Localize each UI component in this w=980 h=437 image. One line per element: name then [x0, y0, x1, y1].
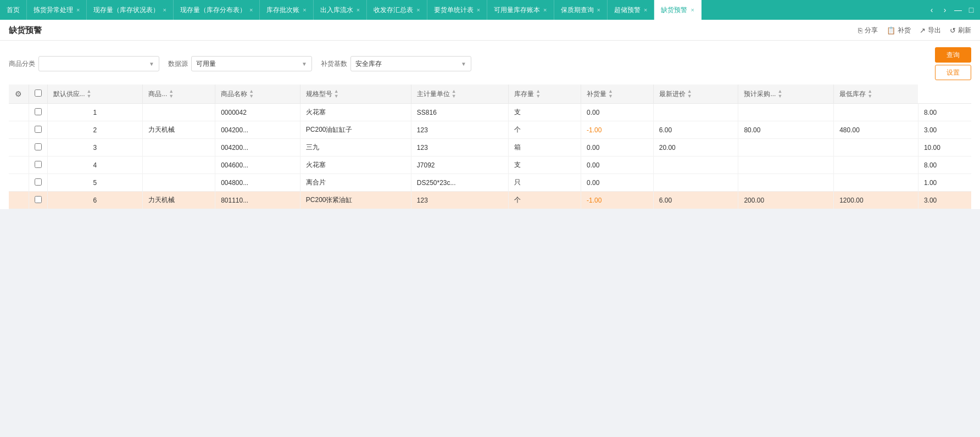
filter-actions: 查询 设置	[935, 47, 971, 80]
column-settings-icon[interactable]: ⚙	[15, 89, 22, 98]
tab-expiry[interactable]: 保质期查询 ×	[554, 0, 608, 20]
sort-spec-icon[interactable]: ▲▼	[334, 89, 339, 99]
row-goods-name-0: 火花塞	[300, 104, 411, 121]
replenish-label: 补货基数	[321, 59, 347, 69]
settings-button[interactable]: 设置	[935, 65, 971, 80]
row-stock-2: 0.00	[581, 139, 654, 156]
window-minimize[interactable]: —	[951, 3, 965, 16]
row-checkbox-0[interactable]	[35, 108, 42, 115]
close-tab-flow[interactable]: ×	[357, 7, 360, 13]
row-supplier-1: 力天机械	[143, 121, 215, 139]
sort-supplier-icon[interactable]: ▲▼	[87, 89, 92, 99]
table-row[interactable]: 2 力天机械 004200... PC200油缸缸子 123 个 -1.00 6…	[9, 121, 971, 139]
datasource-dropdown-icon: ▼	[302, 61, 307, 67]
close-tab-inventory-dist[interactable]: ×	[249, 7, 253, 13]
row-check-3[interactable]	[29, 156, 47, 174]
close-tab-batch-account[interactable]: ×	[303, 7, 306, 13]
row-replenish-3	[653, 156, 738, 174]
row-replenish-0	[653, 104, 738, 121]
row-unit-0: 支	[509, 104, 581, 121]
row-goods-name-1: PC200油缸缸子	[300, 121, 411, 139]
th-check	[29, 85, 47, 104]
window-maximize[interactable]: □	[965, 3, 978, 16]
row-checkbox-2[interactable]	[35, 143, 42, 150]
tab-nav-buttons: ‹ › — □	[923, 3, 980, 16]
export-button[interactable]: ↗ 导出	[920, 26, 941, 35]
tab-batch-account[interactable]: 库存批次账 ×	[260, 0, 313, 20]
query-button[interactable]: 查询	[935, 47, 971, 63]
table-row[interactable]: 3 004200... 三九 123 箱 0.00 20.00 10.00	[9, 139, 971, 156]
row-check-2[interactable]	[29, 139, 47, 156]
row-goods-code-1: 004200...	[215, 121, 300, 139]
close-tab-order-stat[interactable]: ×	[477, 7, 480, 13]
sort-goods-name-icon[interactable]: ▲▼	[249, 89, 254, 99]
tab-flow[interactable]: 出入库流水 ×	[314, 0, 367, 20]
refresh-button[interactable]: ↺ 刷新	[950, 26, 971, 35]
tab-order-stat[interactable]: 要货单统计表 ×	[427, 0, 487, 20]
row-checkbox-1[interactable]	[35, 126, 42, 133]
tab-summary[interactable]: 收发存汇总表 ×	[367, 0, 427, 20]
table-header-row: ⚙ 默认供应... ▲▼	[9, 85, 971, 104]
refresh-icon: ↺	[950, 26, 956, 35]
share-button[interactable]: ⎘ 分享	[858, 26, 878, 35]
row-check-0[interactable]	[29, 104, 47, 121]
datasource-select[interactable]: 可用量 ▼	[191, 56, 312, 71]
close-tab-available-book[interactable]: ×	[543, 7, 547, 13]
sort-stock-icon[interactable]: ▲▼	[536, 89, 541, 99]
row-goods-name-3: 火花塞	[300, 156, 411, 174]
category-filter-group: 商品分类 ▼	[9, 56, 159, 71]
tab-inventory-dist[interactable]: 现存量（库存分布表） ×	[174, 0, 260, 20]
sort-replenish-icon[interactable]: ▲▼	[608, 89, 613, 99]
close-tab-inventory-status[interactable]: ×	[163, 7, 166, 13]
th-spec: 规格型号 ▲▼	[300, 85, 411, 104]
row-est-purchase-1: 480.00	[834, 121, 918, 139]
row-min-stock-4: 1.00	[918, 174, 971, 192]
page-header: 缺货预警 ⎘ 分享 📋 补货 ↗ 导出 ↺ 刷新	[0, 20, 980, 41]
category-select[interactable]: ▼	[38, 56, 159, 71]
th-est-purchase: 预计采购... ▲▼	[738, 85, 834, 104]
row-latest-price-2	[738, 139, 834, 156]
row-spec-0: SS816	[411, 104, 509, 121]
close-tab-summary[interactable]: ×	[416, 7, 420, 13]
row-stock-1: -1.00	[581, 121, 654, 139]
replenish-button[interactable]: 📋 补货	[887, 26, 911, 35]
row-check-1[interactable]	[29, 121, 47, 139]
sort-est-purchase-icon[interactable]: ▲▼	[777, 89, 782, 99]
replenish-select[interactable]: 安全库存 ▼	[350, 56, 471, 71]
row-goods-code-5: 801110...	[215, 192, 300, 209]
th-min-stock: 最低库存 ▲▼	[834, 85, 918, 104]
tab-inventory-status[interactable]: 现存量（库存状况表） ×	[87, 0, 173, 20]
tab-scroll-right[interactable]: ›	[938, 3, 951, 16]
tab-home[interactable]: 首页	[0, 0, 27, 20]
sort-min-stock-icon[interactable]: ▲▼	[867, 89, 872, 99]
row-stock-3: 0.00	[581, 156, 654, 174]
close-tab-picking[interactable]: ×	[76, 7, 80, 13]
row-checkbox-3[interactable]	[35, 161, 42, 168]
table-row[interactable]: 4 004600... 火花塞 J7092 支 0.00 8.00	[9, 156, 971, 174]
row-unit-4: 只	[509, 174, 581, 192]
row-check-5[interactable]	[29, 192, 47, 209]
close-tab-overstock[interactable]: ×	[644, 7, 647, 13]
tab-overstock[interactable]: 超储预警 ×	[608, 0, 654, 20]
row-checkbox-4[interactable]	[35, 178, 42, 186]
sort-goods-code-icon[interactable]: ▲▼	[169, 89, 174, 99]
row-checkbox-5[interactable]	[35, 196, 42, 203]
tab-picking[interactable]: 拣货异常处理 ×	[27, 0, 87, 20]
row-num-2: 3	[47, 139, 143, 156]
close-tab-expiry[interactable]: ×	[597, 7, 600, 13]
row-goods-name-2: 三九	[300, 139, 411, 156]
tab-shortage[interactable]: 缺货预警 ×	[654, 0, 701, 20]
table-row[interactable]: 1 0000042 火花塞 SS816 支 0.00 8.00	[9, 104, 971, 121]
th-goods-name: 商品名称 ▲▼	[215, 85, 300, 104]
row-check-4[interactable]	[29, 174, 47, 192]
table-container: ⚙ 默认供应... ▲▼	[0, 85, 980, 209]
row-min-stock-1: 3.00	[918, 121, 971, 139]
sort-latest-price-icon[interactable]: ▲▼	[687, 89, 692, 99]
select-all-checkbox[interactable]	[35, 89, 42, 97]
sort-unit-icon[interactable]: ▲▼	[452, 89, 456, 99]
table-row[interactable]: 6 力天机械 801110... PC200张紧油缸 123 个 -1.00 6…	[9, 192, 971, 209]
close-tab-shortage[interactable]: ×	[691, 7, 694, 13]
table-row[interactable]: 5 004800... 离合片 DS250*23c... 只 0.00 1.00	[9, 174, 971, 192]
tab-scroll-left[interactable]: ‹	[925, 3, 938, 16]
tab-available-book[interactable]: 可用量库存账本 ×	[487, 0, 554, 20]
